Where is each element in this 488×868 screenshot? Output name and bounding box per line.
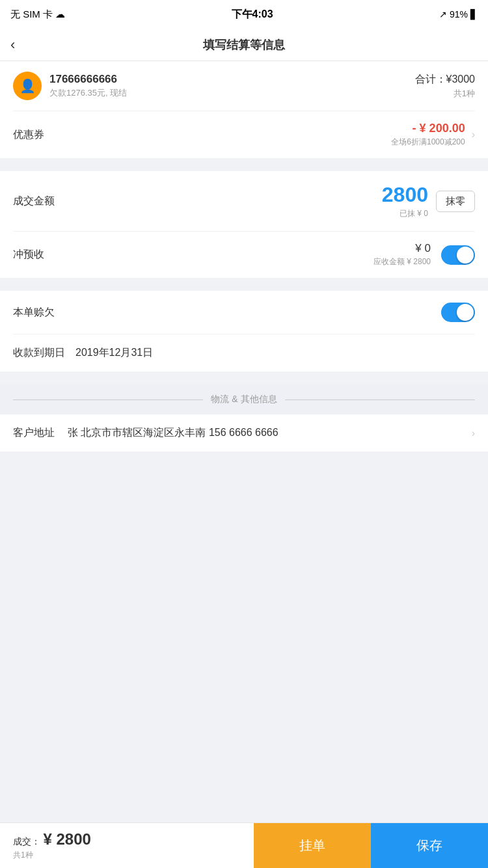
address-row[interactable]: 客户地址 张 北京市市辖区海淀区永丰南 156 6666 6666 › [0,414,488,452]
footer: 成交： ¥ 2800 共1种 挂单 保存 [0,822,488,868]
user-info: 17666666666 欠款1276.35元, 现结 [49,73,127,99]
user-phone: 17666666666 [49,73,127,86]
address-card: 客户地址 张 北京市市辖区海淀区永丰南 156 6666 6666 › [0,414,488,452]
status-bar: 无 SIM 卡 ☁ 下午4:03 ↗ 91% ▋ [0,0,488,29]
section-gap-3 [0,378,488,385]
status-right: ↗ 91% ▋ [439,9,478,20]
precharge-values: ¥ 0 应收金额 ¥ 2800 [373,242,431,267]
total-amount: 合计：¥3000 [415,73,476,87]
nav-bar: ‹ 填写结算等信息 [0,29,488,61]
page-title: 填写结算等信息 [203,37,285,53]
user-right: 合计：¥3000 共1种 [415,73,476,100]
deal-amount-value: 2800 [382,183,428,207]
coupon-right: - ¥ 200.00 全场6折满1000减200 › [391,122,475,148]
debt-row: 本单赊欠 [0,291,488,334]
coupon-label: 优惠券 [13,128,44,142]
user-debt: 欠款1276.35元, 现结 [49,87,127,99]
item-count: 共1种 [415,88,476,100]
header-line-right [285,400,475,400]
logistics-header-text: 物流 & 其他信息 [211,394,277,405]
section-gap-1 [0,165,488,171]
footer-amount: ¥ 2800 [43,830,90,848]
user-left: 👤 17666666666 欠款1276.35元, 现结 [13,72,127,100]
deal-amount-row: 成交金额 2800 已抹 ¥ 0 抹零 [0,171,488,231]
location-icon: ↗ [439,9,447,20]
round-zero-button[interactable]: 抹零 [436,191,475,212]
address-label: 客户地址 [13,426,55,440]
coupon-desc: 全场6折满1000减200 [391,137,465,148]
address-chevron-icon: › [472,427,475,439]
duedate-label: 收款到期日 [13,346,65,360]
coupon-right-block: - ¥ 200.00 全场6折满1000减200 [391,122,465,148]
header-line-left [13,400,203,400]
duedate-row: 收款到期日 2019年12月31日 [0,334,488,372]
precharge-row: 冲预收 ¥ 0 应收金额 ¥ 2800 [0,232,488,278]
precharge-toggle[interactable] [441,245,475,265]
precharge-amount: ¥ 0 [373,242,431,255]
avatar: 👤 [13,72,42,100]
footer-deal-label: 成交： [13,836,40,847]
debt-label: 本单赊欠 [13,306,55,319]
address-value: 张 北京市市辖区海淀区永丰南 156 6666 6666 [68,426,469,440]
user-row: 👤 17666666666 欠款1276.35元, 现结 合计：¥3000 共1… [0,61,488,111]
precharge-sub: 应收金额 ¥ 2800 [373,256,431,267]
battery-label: 91% [450,9,468,20]
status-time: 下午4:03 [232,8,273,21]
status-left: 无 SIM 卡 ☁ [10,8,65,21]
deal-amount-card: 成交金额 2800 已抹 ¥ 0 抹零 冲预收 ¥ 0 应收金额 ¥ 2800 [0,171,488,278]
footer-count: 共1种 [13,850,241,861]
sim-label: 无 SIM 卡 ☁ [10,8,65,21]
coupon-discount: - ¥ 200.00 [391,122,465,135]
chevron-right-icon: › [472,129,475,141]
section-gap-2 [0,284,488,291]
footer-left: 成交： ¥ 2800 共1种 [0,830,254,861]
debt-card: 本单赊欠 收款到期日 2019年12月31日 [0,291,488,372]
precharge-right: ¥ 0 应收金额 ¥ 2800 [373,242,475,267]
duedate-value: 2019年12月31日 [75,346,153,360]
hang-button[interactable]: 挂单 [254,823,371,869]
coupon-row[interactable]: 优惠券 - ¥ 200.00 全场6折满1000减200 › [0,111,488,158]
precharge-label: 冲预收 [13,248,44,262]
footer-deal-row: 成交： ¥ 2800 [13,830,241,848]
deal-amount-sub: 已抹 ¥ 0 [400,208,428,219]
content: 👤 17666666666 欠款1276.35元, 现结 合计：¥3000 共1… [0,61,488,510]
battery-icon: ▋ [470,9,478,20]
debt-toggle[interactable] [441,303,475,322]
deal-amount-label: 成交金额 [13,195,55,208]
user-card: 👤 17666666666 欠款1276.35元, 现结 合计：¥3000 共1… [0,61,488,158]
logistics-section-header: 物流 & 其他信息 [0,385,488,414]
deal-amount-right: 2800 已抹 ¥ 0 抹零 [382,183,475,219]
back-button[interactable]: ‹ [10,36,15,53]
save-button[interactable]: 保存 [371,823,488,869]
deal-amount-col: 2800 已抹 ¥ 0 [382,183,428,219]
